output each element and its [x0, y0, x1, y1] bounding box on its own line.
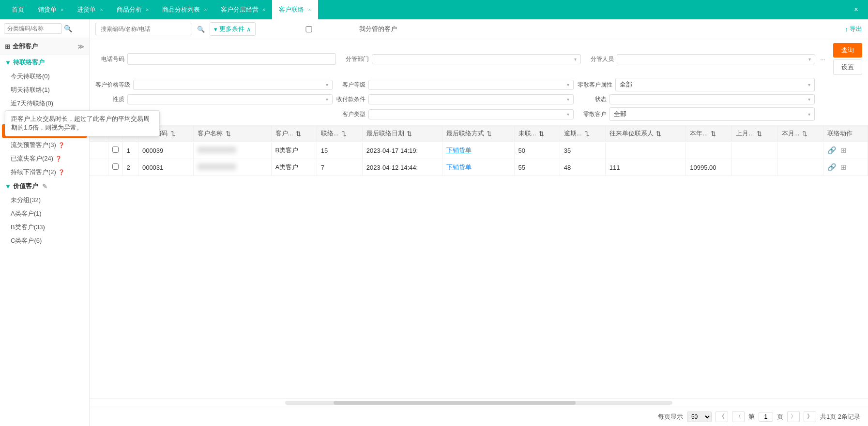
row-checkbox[interactable]	[112, 163, 119, 170]
nav-purchase[interactable]: 进货单 ×	[70, 0, 109, 19]
sort-icon[interactable]: ⇅	[539, 130, 544, 137]
sort-icon[interactable]: ⇅	[407, 130, 412, 137]
nav-analysis[interactable]: 商品分析 ×	[110, 0, 155, 19]
close-icon[interactable]: ×	[262, 7, 265, 13]
col-uncontact[interactable]: 未联... ⇅	[514, 125, 560, 142]
info-icon[interactable]: ❓	[58, 169, 65, 176]
status-select[interactable]: ▾	[609, 94, 815, 104]
my-customers-check[interactable]	[260, 26, 357, 32]
sort-icon[interactable]: ⇅	[802, 130, 807, 137]
info-icon[interactable]: ❓	[55, 156, 62, 162]
sidebar-item-b-class[interactable]: B类客户(33)	[0, 220, 89, 234]
query-button[interactable]: 查询	[833, 43, 862, 58]
close-icon[interactable]: ×	[61, 7, 63, 13]
sidebar-item-c-class[interactable]: C类客户(6)	[0, 234, 89, 248]
next-page-button[interactable]: 〉	[787, 411, 800, 422]
search-icon[interactable]: 🔍	[197, 26, 205, 33]
sidebar-item-tomorrow[interactable]: 明天待联络(1)	[0, 83, 89, 97]
sort-icon[interactable]: ⇅	[226, 130, 231, 137]
prev-page-button[interactable]: 〈	[732, 411, 745, 422]
close-icon[interactable]: ×	[100, 7, 103, 13]
qr-icon[interactable]: ⊞	[840, 146, 847, 155]
scatter-attr-select[interactable]: 全部 ▾	[615, 78, 815, 91]
sort-icon[interactable]: ⇅	[757, 130, 762, 137]
sort-icon[interactable]: ⇅	[656, 130, 661, 137]
scroll-thumb[interactable]	[334, 401, 576, 405]
dept-select[interactable]: ▾	[372, 54, 580, 64]
page-input[interactable]	[759, 412, 773, 422]
window-close-button[interactable]: ×	[849, 5, 863, 14]
nav-customer-contact[interactable]: 客户联络 ×	[272, 0, 318, 19]
sidebar-group-value[interactable]: ▼ 价值客户 ✎	[0, 179, 89, 193]
price-level-select[interactable]: ▾	[133, 80, 333, 90]
sort-icon[interactable]: ⇅	[711, 130, 716, 137]
contact-icon[interactable]: 🔗	[827, 163, 837, 172]
sidebar-item-today[interactable]: 今天待联络(0)	[0, 70, 89, 83]
col-company-contact[interactable]: 往来单位联系人 ⇅	[605, 125, 685, 142]
nav-customer-tier[interactable]: 客户分层经营 ×	[214, 0, 272, 19]
sort-icon[interactable]: ⇅	[341, 130, 347, 137]
nav-sales[interactable]: 销货单 ×	[31, 0, 70, 19]
row-last-contact-way[interactable]: 下销货单	[442, 159, 514, 176]
col-type[interactable]: 客户... ⇅	[271, 125, 317, 142]
per-page-select[interactable]: 50 100	[687, 411, 712, 422]
contact-way-link[interactable]: 下销货单	[446, 147, 472, 154]
sort-icon[interactable]: ⇅	[584, 130, 590, 137]
col-name[interactable]: 客户名称 ⇅	[194, 125, 271, 142]
first-page-button[interactable]: 《	[716, 411, 728, 422]
my-customers-checkbox[interactable]: 我分管的客户	[260, 25, 397, 33]
close-icon[interactable]: ×	[146, 7, 149, 13]
search-icon[interactable]: 🔍	[64, 25, 72, 32]
more-conditions-button[interactable]: ▾ 更多条件 ∧	[210, 22, 256, 36]
row-last-contact-way[interactable]: 下销货单	[442, 142, 514, 159]
last-page-button[interactable]: 》	[804, 411, 816, 422]
sidebar-item-a-class[interactable]: A类客户(1)	[0, 207, 89, 220]
close-icon[interactable]: ×	[204, 7, 207, 13]
info-icon[interactable]: ❓	[58, 142, 65, 148]
customer-level-select[interactable]: ▾	[368, 80, 574, 90]
search-input[interactable]	[95, 23, 192, 35]
horizontal-scrollbar[interactable]	[90, 398, 868, 407]
row-checkbox-cell[interactable]	[108, 142, 122, 159]
sidebar-search-input[interactable]	[4, 23, 62, 34]
phone-input[interactable]	[127, 53, 336, 65]
col-overdue[interactable]: 逾期... ⇅	[560, 125, 605, 142]
nav-analysis-list[interactable]: 商品分析列表 ×	[155, 0, 213, 19]
col-this-month[interactable]: 本月... ⇅	[777, 125, 823, 142]
qr-icon[interactable]: ⊞	[840, 163, 847, 172]
sidebar-item-ungrouped[interactable]: 未分组(32)	[0, 193, 89, 207]
sidebar-item-lost[interactable]: 已流失客户(24) ❓	[0, 152, 89, 165]
row-this-month	[777, 142, 823, 159]
collapse-icon[interactable]: ≫	[77, 43, 84, 50]
sort-icon[interactable]: ⇅	[296, 130, 301, 137]
contact-icon[interactable]: 🔗	[827, 146, 837, 155]
customer-type-select[interactable]: ▾	[368, 109, 574, 119]
close-icon[interactable]: ×	[308, 7, 311, 13]
payment-select[interactable]: ▾	[368, 94, 574, 104]
contact-way-link[interactable]: 下销货单	[446, 163, 472, 171]
settings-button[interactable]: 设置	[833, 59, 862, 75]
row-checkbox-cell[interactable]	[108, 159, 122, 176]
sort-icon[interactable]: ⇅	[170, 130, 176, 137]
col-last-contact-way[interactable]: 最后联络方式 ⇅	[442, 125, 514, 142]
sidebar-item-loss-warning[interactable]: 流失预警客户(3) ❓	[0, 138, 89, 152]
col-last-contact-date[interactable]: 最后联络日期 ⇅	[362, 125, 442, 142]
sidebar-all-customers[interactable]: ⊞ 全部客户 ≫	[0, 38, 89, 55]
sidebar-item-declining[interactable]: 持续下滑客户(2) ❓	[0, 165, 89, 179]
sort-icon[interactable]: ⇅	[487, 130, 492, 137]
col-last-month[interactable]: 上月... ⇅	[732, 125, 777, 142]
col-contact-count[interactable]: 联络... ⇅	[317, 125, 362, 142]
col-this-year[interactable]: 本年... ⇅	[686, 125, 732, 142]
sidebar-group-pending[interactable]: ▼ 待联络客户	[0, 55, 89, 70]
edit-icon[interactable]: ✎	[42, 183, 47, 190]
filter-nature: 性质 ▾	[95, 94, 333, 104]
export-button[interactable]: ↑ 导出	[845, 25, 863, 33]
manager-select[interactable]: ▾	[617, 54, 815, 64]
scatter-customer-select[interactable]: 全部 ▾	[609, 107, 815, 121]
sidebar-item-7days[interactable]: 近7天待联络(0)	[0, 97, 89, 110]
row-checkbox[interactable]	[112, 147, 119, 153]
scroll-track[interactable]	[285, 401, 672, 405]
nav-home[interactable]: 首页	[5, 0, 31, 19]
more-icon[interactable]: ···	[820, 56, 825, 63]
nature-select[interactable]: ▾	[127, 94, 333, 104]
